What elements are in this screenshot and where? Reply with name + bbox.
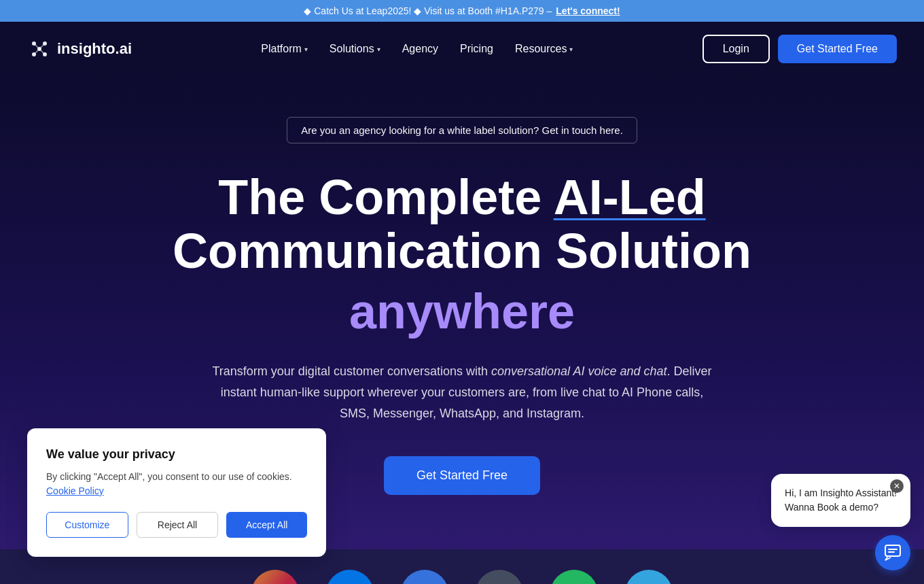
nav-item-solutions[interactable]: Solutions ▾ xyxy=(330,43,380,55)
nav-links: Platform ▾ Solutions ▾ Agency Pricing Re… xyxy=(261,43,573,55)
hero-title-part2: Communication Solution xyxy=(173,224,751,278)
hero-anywhere: anywhere xyxy=(349,284,575,339)
logo-icon xyxy=(27,37,52,61)
logo-text: insighto.ai xyxy=(57,40,132,58)
cookie-title: We value your privacy xyxy=(46,447,307,462)
chevron-down-icon: ▾ xyxy=(569,46,573,53)
nav-solutions-label: Solutions xyxy=(330,43,374,55)
svg-rect-17 xyxy=(885,545,900,556)
get-started-hero-button[interactable]: Get Started Free xyxy=(384,456,540,495)
get-started-nav-button[interactable]: Get Started Free xyxy=(778,35,897,63)
nav-platform-label: Platform xyxy=(261,43,302,55)
cookie-banner: We value your privacy By clicking "Accep… xyxy=(27,428,326,557)
svg-line-8 xyxy=(39,49,45,54)
logo[interactable]: insighto.ai xyxy=(27,37,132,61)
hero-description: Transform your digital customer conversa… xyxy=(211,361,713,424)
agency-banner-text: Are you an agency looking for a white la… xyxy=(301,124,623,136)
nav-actions: Login Get Started Free xyxy=(703,35,897,63)
nav-pricing-label: Pricing xyxy=(460,43,493,55)
navbar: insighto.ai Platform ▾ Solutions ▾ Agenc… xyxy=(0,22,924,76)
arrow-icon xyxy=(401,570,448,584)
nav-item-pricing[interactable]: Pricing xyxy=(460,43,493,55)
chat-icon xyxy=(884,544,902,562)
messenger-icon xyxy=(326,570,374,584)
cookie-policy-link[interactable]: Cookie Policy xyxy=(46,485,104,496)
cookie-body: By clicking "Accept All", you consent to… xyxy=(46,470,307,498)
reject-all-button[interactable]: Reject All xyxy=(137,512,219,538)
svg-line-7 xyxy=(34,49,39,54)
chat-message-line1: Hi, I am Insighto Assistant! xyxy=(785,487,897,498)
nav-agency-label: Agency xyxy=(402,43,438,55)
nav-item-agency[interactable]: Agency xyxy=(402,43,438,55)
instagram-icon xyxy=(251,570,299,584)
banner-link[interactable]: Let's connect! xyxy=(556,5,620,16)
cookie-buttons: Customize Reject All Accept All xyxy=(46,512,307,538)
top-banner: ◆ Catch Us at Leap2025! ◆ Visit us at Bo… xyxy=(0,0,924,22)
hero-ai-led: AI-Led xyxy=(554,170,706,224)
hero-subtitle: anywhere xyxy=(349,284,575,339)
chat-message: Hi, I am Insighto Assistant! Wanna Book … xyxy=(785,486,897,515)
svg-line-6 xyxy=(39,44,45,49)
customize-button[interactable]: Customize xyxy=(46,512,128,538)
globe-icon xyxy=(625,570,673,584)
accept-all-button[interactable]: Accept All xyxy=(226,512,307,538)
hero-title-part1: The Complete xyxy=(218,170,553,224)
cookie-body-text: By clicking "Accept All", you consent to… xyxy=(46,471,292,482)
svg-line-5 xyxy=(34,44,39,49)
phone-icon xyxy=(476,570,523,584)
channel-icons xyxy=(251,570,673,584)
login-button[interactable]: Login xyxy=(703,35,770,63)
agency-banner[interactable]: Are you an agency looking for a white la… xyxy=(287,117,637,143)
hero-title: The Complete AI-Led Communication Soluti… xyxy=(173,171,751,278)
chevron-down-icon: ▾ xyxy=(377,46,380,53)
whatsapp-icon xyxy=(550,570,598,584)
nav-item-platform[interactable]: Platform ▾ xyxy=(261,43,308,55)
chevron-down-icon: ▾ xyxy=(304,46,308,53)
chat-message-line2: Wanna Book a demo? xyxy=(785,502,878,513)
chat-close-button[interactable]: ✕ xyxy=(890,479,904,493)
nav-resources-label: Resources xyxy=(515,43,567,55)
banner-text: ◆ Catch Us at Leap2025! ◆ Visit us at Bo… xyxy=(304,5,552,16)
chat-widget: ✕ Hi, I am Insighto Assistant! Wanna Boo… xyxy=(771,474,910,570)
nav-item-resources[interactable]: Resources ▾ xyxy=(515,43,573,55)
chat-bubble: ✕ Hi, I am Insighto Assistant! Wanna Boo… xyxy=(771,474,910,527)
chat-open-button[interactable] xyxy=(875,535,910,570)
